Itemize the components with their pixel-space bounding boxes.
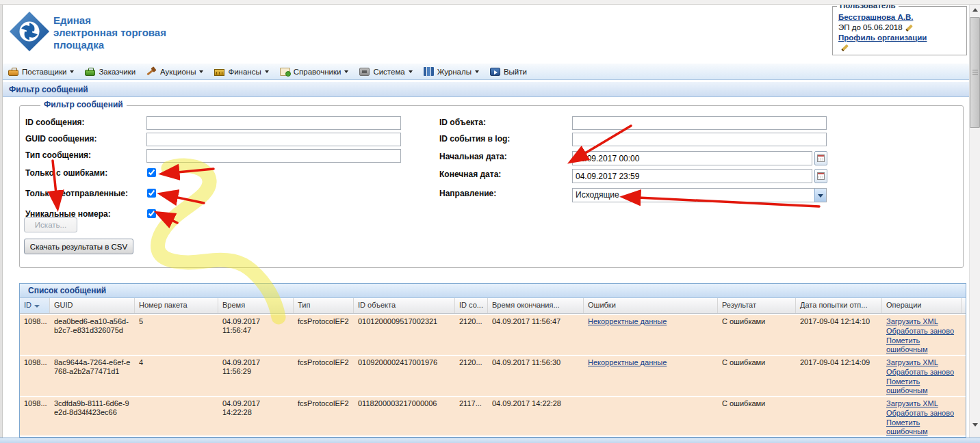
menu-item-directories[interactable]: Справочники bbox=[280, 67, 349, 76]
cell-packet bbox=[135, 397, 218, 435]
reprocess-link[interactable]: Обработать заново bbox=[886, 327, 957, 336]
cell-packet: 4 bbox=[135, 356, 218, 396]
column-label: ID bbox=[24, 301, 31, 309]
browser-chrome-left bbox=[0, 5, 3, 443]
menu-item-auctions[interactable]: Аукционы bbox=[146, 67, 203, 76]
reprocess-link[interactable]: Обработать заново bbox=[886, 409, 957, 418]
menu-label: Финансы bbox=[228, 68, 261, 76]
pen-icon[interactable] bbox=[841, 44, 849, 52]
column-header-object-id[interactable]: ID объекта bbox=[354, 298, 455, 313]
mark-erroneous-link[interactable]: Пометить ошибочным bbox=[886, 377, 957, 395]
user-panel-legend: Пользователь bbox=[837, 5, 899, 10]
column-header-id[interactable]: ID bbox=[20, 298, 50, 313]
briefcase-orange-icon bbox=[8, 70, 18, 76]
scroll-down-button[interactable] bbox=[970, 419, 980, 430]
menu-item-customers[interactable]: Заказчики bbox=[85, 67, 136, 76]
signature-note: ЭП до 05.06.2018 bbox=[838, 23, 903, 31]
chevron-down-icon[interactable] bbox=[814, 189, 826, 202]
scrollbar-grip-icon bbox=[972, 70, 978, 75]
brand-title-line1: Единая bbox=[53, 14, 166, 27]
chevron-down-icon bbox=[70, 70, 74, 73]
arrow-up-icon bbox=[972, 8, 978, 12]
field-label-object-id: ID объекта: bbox=[439, 116, 486, 129]
cell-type: fcsProtocolEF2 bbox=[294, 356, 354, 396]
column-header-time[interactable]: Время bbox=[218, 298, 294, 313]
briefcase-green-icon bbox=[85, 70, 95, 76]
arrow-down-icon bbox=[972, 423, 978, 427]
column-header-result[interactable]: Результат bbox=[718, 298, 796, 313]
end-date-calendar-button[interactable] bbox=[814, 169, 827, 183]
gavel-icon bbox=[146, 67, 157, 76]
cell-message-id: 2120... bbox=[455, 356, 488, 396]
field-label-message-type: Тип сообщения: bbox=[25, 148, 91, 162]
journals-icon bbox=[424, 67, 434, 76]
unique-numbers-checkbox[interactable] bbox=[147, 209, 156, 218]
object-id-input[interactable] bbox=[572, 116, 827, 130]
column-header-operations[interactable]: Операции bbox=[882, 298, 962, 313]
chevron-down-icon bbox=[199, 70, 203, 73]
log-event-id-input[interactable] bbox=[572, 133, 827, 146]
end-date-input[interactable] bbox=[572, 169, 812, 183]
cell-object-id: 0101200009517002321 bbox=[354, 315, 455, 355]
column-header-guid[interactable]: GUID bbox=[50, 298, 135, 313]
browser-chrome-top bbox=[0, 0, 980, 5]
column-header-end-time[interactable]: Время окончания... bbox=[488, 298, 584, 313]
grid-title: Список сообщений bbox=[20, 284, 966, 298]
cell-id: 1098... bbox=[20, 356, 50, 396]
errors-link[interactable]: Некорректные данные bbox=[588, 317, 667, 325]
start-date-input[interactable] bbox=[572, 151, 812, 165]
user-name-link[interactable]: Бесстрашнова А.В. bbox=[838, 12, 913, 23]
column-header-packet[interactable]: Номер пакета bbox=[135, 298, 218, 313]
message-guid-input[interactable] bbox=[146, 133, 401, 146]
menu-item-system[interactable]: Система bbox=[359, 67, 412, 76]
cell-guid: 3cdfda9b-8111-6d6e-9e2d-8d34f423ec66 bbox=[50, 397, 135, 435]
table-row: 1098... 8ac9644a-7264-e6ef-e768-a2b2a774… bbox=[20, 356, 966, 396]
org-profile-link[interactable]: Профиль организации bbox=[838, 33, 927, 43]
load-xml-link[interactable]: Загрузить XML bbox=[886, 317, 957, 326]
start-date-calendar-button[interactable] bbox=[814, 151, 827, 165]
column-header-type[interactable]: Тип bbox=[294, 298, 354, 313]
menu-item-suppliers[interactable]: Поставщики bbox=[8, 67, 74, 76]
menu-item-journals[interactable]: Журналы bbox=[424, 67, 479, 76]
cell-guid: 8ac9644a-7264-e6ef-e768-a2b2a77471d1 bbox=[50, 356, 135, 396]
menu-item-exit[interactable]: Выйти bbox=[490, 67, 527, 76]
system-icon bbox=[359, 68, 370, 76]
load-xml-link[interactable]: Загрузить XML bbox=[886, 358, 957, 367]
search-button[interactable]: Искать... bbox=[24, 217, 77, 232]
page-title: Фильтр сообщений bbox=[3, 81, 969, 97]
filter-fieldset: Фильтр сообщений ID сообщения: GUID сооб… bbox=[19, 105, 964, 268]
exit-icon bbox=[490, 68, 500, 76]
field-label-log-event-id: ID события в log: bbox=[439, 132, 510, 146]
load-xml-link[interactable]: Загрузить XML bbox=[886, 399, 957, 408]
unsent-only-checkbox[interactable] bbox=[147, 189, 156, 198]
column-header-attempt-date[interactable]: Дата попытки отп... bbox=[796, 298, 882, 313]
brand-title-line2: электронная торговая bbox=[53, 27, 166, 39]
message-type-input[interactable] bbox=[146, 149, 401, 163]
direction-select[interactable]: Исходящие bbox=[572, 188, 827, 202]
errors-link[interactable]: Некорректные данные bbox=[588, 358, 667, 366]
message-id-input[interactable] bbox=[146, 116, 401, 130]
cell-attempt-date: 2017-09-04 12:14:10 bbox=[796, 315, 882, 355]
menu-label: Журналы bbox=[437, 68, 472, 76]
column-header-errors[interactable]: Ошибки bbox=[584, 298, 718, 313]
column-header-message-id[interactable]: ID со... bbox=[455, 298, 488, 313]
reprocess-link[interactable]: Обработать заново bbox=[886, 368, 957, 377]
menu-item-finance[interactable]: Финансы bbox=[214, 67, 268, 76]
checkbox-label-errors-only: Только с ошибками: bbox=[25, 166, 107, 180]
pen-icon[interactable] bbox=[905, 25, 913, 32]
mark-erroneous-link[interactable]: Пометить ошибочным bbox=[886, 336, 957, 354]
cell-attempt-date: 2017-09-04 12:14:09 bbox=[796, 356, 882, 396]
menu-label: Выйти bbox=[504, 68, 527, 76]
errors-only-checkbox[interactable] bbox=[147, 168, 156, 177]
cell-time: 04.09.2017 11:56:29 bbox=[218, 356, 294, 396]
cell-end-time: 04.09.2017 14:22:28 bbox=[488, 397, 584, 435]
mark-erroneous-link[interactable]: Пометить ошибочным bbox=[886, 418, 957, 435]
vertical-scrollbar[interactable] bbox=[969, 5, 980, 438]
download-csv-button[interactable]: Скачать результаты в CSV bbox=[24, 239, 133, 254]
chevron-down-icon bbox=[265, 70, 269, 73]
scroll-up-button[interactable] bbox=[970, 5, 980, 16]
menu-label: Заказчики bbox=[99, 68, 136, 76]
cell-message-id: 2117... bbox=[455, 397, 488, 435]
user-panel: Пользователь Бесстрашнова А.В. ЭП до 05.… bbox=[832, 6, 967, 55]
scrollbar-thumb[interactable] bbox=[970, 17, 980, 128]
